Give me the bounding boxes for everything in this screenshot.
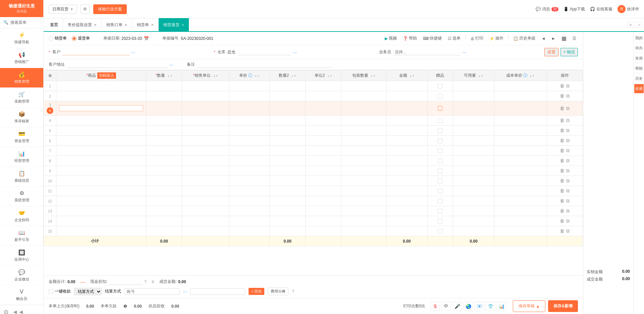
gift-checkbox-2[interactable] [438, 106, 442, 111]
topbar-settings-icon[interactable]: ⚙ [80, 4, 90, 14]
edge-btn-6[interactable]: 收藏 [634, 84, 644, 93]
cell-product-10[interactable] [56, 186, 146, 196]
cell-qty2-6[interactable] [270, 146, 306, 156]
cell-price-0[interactable] [229, 81, 269, 91]
cell-unit-6[interactable] [182, 146, 229, 156]
sidebar-item-5[interactable]: 💳资金管理 [0, 127, 43, 147]
cell-qty-5[interactable] [146, 136, 182, 146]
cell-gift-2[interactable] [427, 101, 453, 116]
one-click-pay-checkbox[interactable] [49, 289, 53, 294]
cell-cost-12[interactable] [494, 206, 547, 216]
cell-pkg-5[interactable] [341, 136, 386, 146]
gift-checkbox-0[interactable] [438, 84, 442, 88]
gift-checkbox-13[interactable] [438, 219, 442, 224]
cell-unit-0[interactable] [182, 81, 229, 91]
cell-pkg-12[interactable] [341, 206, 386, 216]
print-btn[interactable]: 🖨 打印 [469, 35, 485, 42]
cell-unit-13[interactable] [182, 216, 229, 226]
sidebar-item-12[interactable]: 💬企业微信 [0, 266, 43, 286]
gift-checkbox-11[interactable] [438, 199, 442, 203]
cell-price-13[interactable] [229, 216, 269, 226]
copy-icon-6[interactable]: ⧉ [566, 148, 570, 153]
edge-btn-3[interactable]: 常用 [634, 54, 644, 63]
sidebar-item-1[interactable]: 📢营销推广 [0, 48, 43, 68]
cell-price-6[interactable] [229, 146, 269, 156]
save-draft-btn[interactable]: 保存草稿 ▲ [513, 300, 545, 312]
account-dots[interactable]: ··· [183, 289, 187, 294]
cell-qty-12[interactable] [146, 206, 182, 216]
sidebar-item-10[interactable]: 📖新手引导 [0, 226, 43, 246]
select-btn[interactable]: ☑ 选单 [446, 35, 462, 42]
copy-icon-4[interactable]: ⧉ [566, 128, 570, 133]
cell-product-2[interactable] [56, 101, 146, 116]
cell-gift-11[interactable] [427, 196, 453, 206]
cell-cost-1[interactable] [494, 91, 547, 101]
cell-cost-7[interactable] [494, 156, 547, 166]
remark-input[interactable] [197, 61, 331, 68]
cell-price-3[interactable] [229, 116, 269, 126]
unit2-sort[interactable]: ▲▼ [327, 74, 332, 77]
cell-amount-14[interactable] [386, 226, 428, 236]
taskbar-icon-5[interactable]: 📧 [475, 302, 484, 311]
cell-unit2-2[interactable] [306, 101, 341, 116]
cell-avail-1[interactable] [453, 91, 494, 101]
cell-cost-6[interactable] [494, 146, 547, 156]
cell-unit2-6[interactable] [306, 146, 341, 156]
cell-avail-7[interactable] [453, 156, 494, 166]
cell-qty-2[interactable] [146, 101, 182, 116]
customer-service-btn[interactable]: 🎧 在线客服 [590, 6, 612, 12]
warehouse-input[interactable] [237, 49, 291, 55]
cell-pkg-9[interactable] [341, 176, 386, 186]
delete-icon-1[interactable]: 🗑 [560, 93, 565, 99]
cell-pkg-3[interactable] [341, 116, 386, 126]
cell-product-11[interactable] [56, 196, 146, 206]
cell-amount-13[interactable] [386, 216, 428, 226]
gift-checkbox-7[interactable] [438, 159, 442, 163]
sidebar-item-4[interactable]: 📦库存核算 [0, 108, 43, 127]
radio-return[interactable]: 退货单 [72, 36, 90, 41]
delete-icon-8[interactable]: 🗑 [560, 168, 565, 174]
cell-unit2-3[interactable] [306, 116, 341, 126]
qty2-sort[interactable]: ▲▼ [291, 74, 297, 77]
copy-icon-8[interactable]: ⧉ [566, 168, 570, 174]
cell-price-5[interactable] [229, 136, 269, 146]
cell-gift-9[interactable] [427, 176, 453, 186]
cell-gift-5[interactable] [427, 136, 453, 146]
copy-icon-11[interactable]: ⧉ [566, 198, 570, 204]
cell-unit2-10[interactable] [306, 186, 341, 196]
fee-amount-input[interactable] [190, 288, 245, 295]
gift-checkbox-4[interactable] [438, 128, 442, 133]
cell-amount-8[interactable] [386, 166, 428, 176]
add-fee-btn[interactable]: + 添加 [249, 288, 264, 295]
cell-cost-3[interactable] [494, 116, 547, 126]
fee-split-btn[interactable]: 费用分摊 [268, 288, 288, 295]
cell-cost-14[interactable] [494, 226, 547, 236]
gift-checkbox-3[interactable] [438, 118, 442, 123]
gift-checkbox-8[interactable] [438, 169, 442, 173]
copy-icon-13[interactable]: ⧉ [566, 218, 570, 224]
cell-price-7[interactable] [229, 156, 269, 166]
cell-amount-6[interactable] [386, 146, 428, 156]
cell-qty2-12[interactable] [270, 206, 306, 216]
cell-price-2[interactable] [229, 101, 269, 116]
user-btn[interactable]: 用 徐泽华 [618, 5, 639, 13]
maximize-btn[interactable]: ⤢ [636, 21, 642, 28]
cell-gift-1[interactable] [427, 91, 453, 101]
avail-sort[interactable]: ▲▼ [478, 74, 483, 77]
cell-pkg-7[interactable] [341, 156, 386, 166]
cell-avail-8[interactable] [453, 166, 494, 176]
cell-avail-10[interactable] [453, 186, 494, 196]
cell-pkg-0[interactable] [341, 81, 386, 91]
cell-unit2-9[interactable] [306, 176, 341, 186]
cell-unit-10[interactable] [182, 186, 229, 196]
cell-product-13[interactable] [56, 216, 146, 226]
gift-checkbox-9[interactable] [438, 179, 442, 183]
cell-cost-5[interactable] [494, 136, 547, 146]
copy-icon-0[interactable]: ⧉ [566, 83, 570, 89]
delete-icon-10[interactable]: 🗑 [560, 188, 565, 194]
grid-view-btn[interactable]: ▦ [560, 35, 568, 42]
cell-amount-5[interactable] [386, 136, 428, 146]
gift-checkbox-1[interactable] [438, 94, 442, 99]
cell-qty2-5[interactable] [270, 136, 306, 146]
cell-unit2-8[interactable] [306, 166, 341, 176]
